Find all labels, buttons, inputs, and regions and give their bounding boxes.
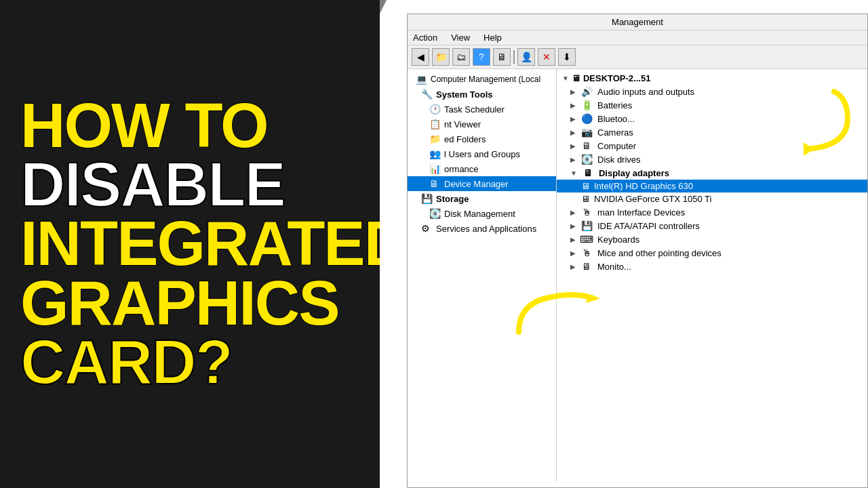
folder-icon[interactable]: 📁 — [432, 48, 450, 66]
device-panel: ▼ 🖥 DESKTOP-2...51 ▶ 🔊 Audio inputs and … — [557, 69, 867, 481]
toolbar-sep1 — [513, 50, 515, 64]
device-nvidia[interactable]: 🖥 NVIDIA GeForce GTX 1050 Ti — [557, 192, 867, 205]
tree-services[interactable]: ⚙ Services and Applications — [408, 221, 556, 236]
folder-shared-icon: 📁 — [429, 134, 441, 144]
audio-icon: 🔊 — [580, 86, 593, 97]
battery-icon: 🔋 — [580, 100, 593, 110]
tree-shared-folders[interactable]: 📁 ed Folders — [408, 131, 556, 146]
mice-icon: 🖱 — [580, 247, 593, 258]
computer-root-label: DESKTOP-2...51 — [583, 73, 650, 83]
device-keyboards[interactable]: ▶ ⌨ Keyboards — [557, 232, 867, 246]
back-button[interactable]: ◀ — [412, 48, 429, 66]
keyboards-label: Keyboards — [597, 235, 639, 245]
tree-task-scheduler[interactable]: 🕐 Task Scheduler — [408, 102, 556, 117]
monitor-icon: 🖥 — [580, 261, 593, 272]
mice-label: Mice and other pointing devices — [597, 248, 722, 258]
event-viewer-label: nt Viewer — [444, 119, 481, 129]
intel-gpu-icon: 🖥 — [581, 181, 590, 191]
download-button[interactable]: ⬇ — [558, 48, 576, 66]
tree-panel: 💻 Computer Management (Local 🔧 System To… — [408, 69, 557, 481]
device-hid[interactable]: ▶ 🖱 man Interface Devices — [557, 205, 867, 219]
users-icon: 👥 — [429, 148, 441, 159]
toolbar: ◀ 📁 🗂 ? 🖥 👤 ✕ ⬇ — [408, 45, 867, 69]
tree-disk-mgmt[interactable]: 💽 Disk Management — [408, 206, 556, 221]
device-computer-root[interactable]: ▼ 🖥 DESKTOP-2...51 — [557, 72, 867, 85]
scheduler-icon: 🕐 — [429, 104, 441, 115]
batteries-label: Batteries — [597, 100, 632, 110]
device-batteries[interactable]: ▶ 🔋 Batteries — [557, 98, 867, 112]
title-line5: CARD? — [20, 333, 366, 392]
tools-icon: 🔧 — [421, 89, 433, 100]
view-button[interactable]: 🗂 — [452, 48, 470, 66]
menu-action[interactable]: Action — [413, 33, 437, 43]
storage-label: Storage — [436, 194, 469, 204]
chevron-down-icon: ▼ — [562, 75, 569, 82]
device-mice[interactable]: ▶ 🖱 Mice and other pointing devices — [557, 246, 867, 260]
hid-icon: 🖱 — [580, 207, 593, 218]
device-monitors[interactable]: ▶ 🖥 Monito... — [557, 260, 867, 273]
intel-graphics-label: Intel(R) HD Graphics 630 — [594, 181, 693, 191]
system-tools-label: System Tools — [436, 89, 493, 100]
title-line2: DISABLE — [20, 155, 366, 214]
nvidia-label: NVIDIA GeForce GTX 1050 Ti — [594, 194, 711, 204]
thumbnail-title: HOW TO DISABLE INTEGRATED GRAPHICS CARD? — [20, 96, 366, 392]
task-scheduler-label: Task Scheduler — [444, 104, 505, 115]
device-bluetooth[interactable]: ▶ 🔵 Bluetoo... — [557, 112, 867, 125]
menu-bar: Action View Help — [408, 30, 867, 45]
window-container: Management Action View Help ◀ 📁 🗂 ? 🖥 👤 … — [407, 14, 868, 488]
disk-icon: 💽 — [580, 154, 593, 165]
device-computer[interactable]: ▶ 🖥 Computer — [557, 139, 867, 152]
computer-icon: 💻 — [416, 74, 428, 85]
disk-mgmt-label: Disk Management — [444, 209, 515, 219]
main-content: 💻 Computer Management (Local 🔧 System To… — [408, 69, 867, 481]
monitors-label: Monito... — [597, 262, 631, 272]
performance-label: ormance — [444, 164, 479, 174]
device-audio[interactable]: ▶ 🔊 Audio inputs and outputs — [557, 85, 867, 98]
device-ide[interactable]: ▶ 💾 IDE ATA/ATAPI controllers — [557, 219, 867, 232]
tree-root-label: Computer Management (Local — [431, 75, 540, 84]
bluetooth-label: Bluetoo... — [597, 114, 635, 124]
device-manager-label: Device Manager — [444, 179, 509, 189]
computer-root-icon: 🖥 — [572, 73, 580, 83]
tree-device-manager[interactable]: 🖥 Device Manager — [408, 176, 556, 191]
tree-performance[interactable]: 📊 ormance — [408, 161, 556, 176]
tree-system-tools[interactable]: 🔧 System Tools — [408, 87, 556, 102]
monitor-button[interactable]: 🖥 — [493, 48, 511, 66]
screenshot-panel: Management Action View Help ◀ 📁 🗂 ? 🖥 👤 … — [380, 0, 868, 488]
help-button[interactable]: ? — [473, 48, 490, 66]
local-users-label: l Users and Groups — [444, 149, 520, 159]
services-icon: ⚙ — [421, 223, 433, 234]
storage-icon: 💾 — [421, 193, 433, 204]
disk-mgmt-icon: 💽 — [429, 208, 441, 219]
event-icon: 📋 — [429, 119, 441, 129]
shared-folders-label: ed Folders — [444, 134, 486, 144]
camera-icon: 📷 — [580, 127, 593, 138]
menu-view[interactable]: View — [451, 33, 470, 43]
tree-event-viewer[interactable]: 📋 nt Viewer — [408, 117, 556, 131]
thumbnail-panel: HOW TO DISABLE INTEGRATED GRAPHICS CARD? — [0, 0, 380, 488]
window-title: Management — [408, 14, 867, 30]
hid-label: man Interface Devices — [597, 207, 685, 218]
title-line1: HOW TO — [20, 96, 366, 155]
tree-local-users[interactable]: 👥 l Users and Groups — [408, 146, 556, 161]
nvidia-icon: 🖥 — [581, 194, 590, 204]
device-display-adapters[interactable]: ▼ 🖥 Display adapters — [557, 166, 867, 180]
services-label: Services and Applications — [436, 224, 536, 234]
bluetooth-icon: 🔵 — [580, 113, 593, 124]
tree-root[interactable]: 💻 Computer Management (Local — [408, 72, 556, 87]
device-cameras[interactable]: ▶ 📷 Cameras — [557, 125, 867, 139]
user-button[interactable]: 👤 — [517, 48, 535, 66]
cameras-label: Cameras — [597, 127, 633, 138]
ide-icon: 💾 — [580, 220, 593, 231]
device-manager-icon: 🖥 — [429, 178, 441, 189]
device-intel-graphics[interactable]: 🖥 Intel(R) HD Graphics 630 — [557, 180, 867, 192]
performance-icon: 📊 — [429, 163, 441, 174]
device-disk-drives[interactable]: ▶ 💽 Disk drives — [557, 152, 867, 166]
menu-help[interactable]: Help — [484, 33, 502, 43]
tree-storage[interactable]: 💾 Storage — [408, 191, 556, 206]
comp-icon: 🖥 — [580, 140, 593, 151]
title-line4: GRAPHICS — [20, 274, 366, 333]
display-icon: 🖥 — [581, 167, 595, 178]
disk-drives-label: Disk drives — [597, 155, 641, 165]
remove-button[interactable]: ✕ — [538, 48, 555, 66]
